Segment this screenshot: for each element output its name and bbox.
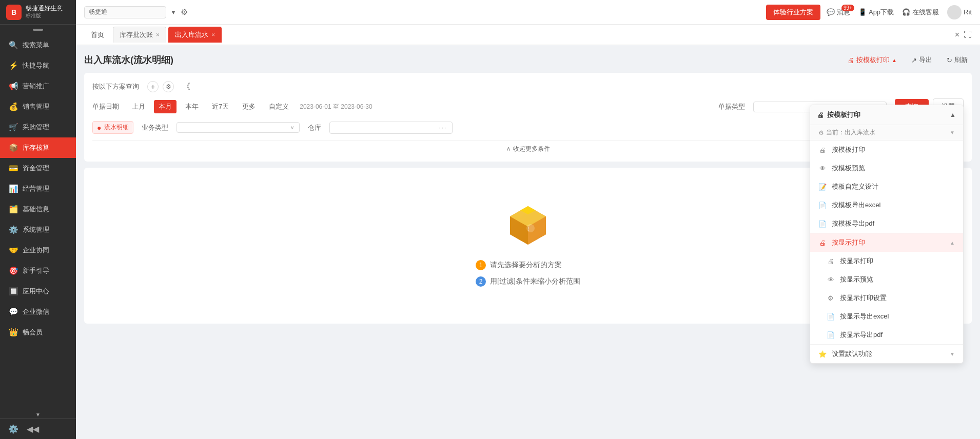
export-action[interactable]: ↗ 导出 [907, 53, 936, 67]
tab-batch[interactable]: 库存批次账 × [113, 27, 166, 43]
refresh-action[interactable]: ↻ 刷新 [943, 53, 972, 67]
search-icon: 🔍 [8, 40, 18, 50]
header-gear-icon[interactable]: ⚙ [181, 7, 188, 17]
breadcrumb-dropdown-icon[interactable]: ▼ [170, 9, 177, 16]
inventory-icon: 📦 [8, 143, 18, 153]
template-print-label: 按模板打印 [832, 145, 955, 154]
tab-flow[interactable]: 出入库流水 × [168, 27, 222, 43]
tab-home[interactable]: 首页 [84, 27, 111, 43]
sidebar-item-system-label: 系统管理 [23, 225, 49, 234]
sidebar-item-marketing[interactable]: 📢 营销推广 [0, 76, 76, 96]
sidebar-item-system[interactable]: ⚙️ 系统管理 [0, 220, 76, 240]
collapse-sidebar-icon[interactable]: ◀◀ [27, 424, 39, 434]
date-btn-7days[interactable]: 近7天 [207, 100, 233, 113]
tab-close-all-icon[interactable]: × [955, 30, 959, 39]
sidebar-item-apps[interactable]: 🔲 应用中心 [0, 281, 76, 302]
display-pdf-label: 按显示导出pdf [840, 330, 955, 340]
template-custom-icon: 📝 [818, 183, 827, 191]
print-template-label: 按模板打印 [856, 55, 890, 65]
dropdown-item-template-print[interactable]: 🖨 按模板打印 [810, 141, 963, 159]
message-action[interactable]: 💬 消息 99+ [827, 8, 850, 17]
dropdown-item-display-excel[interactable]: 📄 按显示导出excel [810, 307, 963, 326]
print-template-arrow: ▲ [892, 57, 897, 63]
dropdown-panel: 🖨 按模板打印 ▲ ⚙ 当前：出入库流水 ▼ 🖨 按模板打印 [810, 105, 964, 364]
settings-bottom-icon[interactable]: ⚙️ [8, 424, 18, 434]
date-btn-thisyear[interactable]: 本年 [181, 100, 203, 113]
date-filter-label: 单据日期 [92, 102, 119, 111]
sidebar-item-partner-label: 企业协同 [23, 246, 49, 255]
set-default-icon: ⭐ [818, 350, 827, 358]
sidebar-item-finance-label: 资金管理 [23, 164, 49, 173]
dropdown-item-template-preview[interactable]: 👁 按模板预览 [810, 159, 963, 177]
app-download-label: App下载 [869, 8, 894, 17]
sidebar-item-partner[interactable]: 🤝 企业协同 [0, 240, 76, 261]
dropdown-collapse-icon[interactable]: ▲ [950, 111, 956, 118]
filter-tag-label: 流水明细 [104, 123, 129, 132]
dropdown-item-display-pdf[interactable]: 📄 按显示导出pdf [810, 326, 963, 344]
header-left: ▼ ⚙ [84, 6, 760, 18]
trial-button[interactable]: 体验行业方案 [766, 5, 820, 20]
dropdown-item-set-default[interactable]: ⭐ 设置默认功能 ▼ [810, 345, 963, 363]
dropdown-item-template-excel[interactable]: 📄 按模板导出excel [810, 196, 963, 214]
main-area: ▼ ⚙ 体验行业方案 💬 消息 99+ 📱 App下载 🎧 在线客服 Rit [76, 0, 980, 439]
display-section-label: 按显示打印 [832, 238, 945, 247]
filter-gear-button[interactable]: ⚙ [163, 81, 174, 92]
sidebar-item-member[interactable]: 👑 畅会员 [0, 322, 76, 343]
breadcrumb-input[interactable] [84, 6, 166, 18]
headset-icon: 🎧 [902, 8, 910, 16]
mobile-icon: 📱 [858, 8, 867, 16]
sidebar-item-wechat[interactable]: 💬 企业微信 [0, 302, 76, 322]
dropdown-item-template-pdf[interactable]: 📄 按模板导出pdf [810, 214, 963, 233]
top-header: ▼ ⚙ 体验行业方案 💬 消息 99+ 📱 App下载 🎧 在线客服 Rit [76, 0, 980, 25]
dropdown-item-template-custom[interactable]: 📝 模板自定义设计 [810, 177, 963, 196]
sidebar-item-purchase[interactable]: 🛒 采购管理 [0, 117, 76, 137]
filter-tag: ● 流水明细 [92, 121, 133, 134]
app-download-action[interactable]: 📱 App下载 [858, 8, 894, 17]
dropdown-item-display-settings[interactable]: ⚙ 按显示打印设置 [810, 289, 963, 307]
sidebar-item-finance[interactable]: 💳 资金管理 [0, 158, 76, 178]
business-type-select[interactable]: ∨ [177, 122, 300, 133]
tab-flow-close[interactable]: × [211, 31, 215, 38]
dropdown-title: 🖨 按模板打印 [817, 110, 860, 119]
online-service-action[interactable]: 🎧 在线客服 [902, 8, 939, 17]
warehouse-more-icon: ··· [439, 124, 447, 131]
sidebar-item-inventory[interactable]: 📦 库存核算 [0, 137, 76, 158]
date-btn-custom[interactable]: 自定义 [264, 100, 293, 113]
sidebar-item-search[interactable]: 🔍 搜索菜单 [0, 35, 76, 55]
step-num-2: 2 [476, 276, 486, 287]
dropdown-header: 🖨 按模板打印 ▲ [810, 105, 963, 125]
sidebar-item-business[interactable]: 📊 经营管理 [0, 178, 76, 199]
set-default-label: 设置默认功能 [832, 349, 945, 358]
sidebar-item-sales[interactable]: 💰 销售管理 [0, 96, 76, 117]
sidebar-item-shortcut[interactable]: ⚡ 快捷导航 [0, 55, 76, 76]
date-btn-lastmonth[interactable]: 上月 [127, 100, 150, 113]
display-print-label: 按显示打印 [840, 256, 955, 266]
online-service-label: 在线客服 [912, 8, 939, 17]
purchase-icon: 🛒 [8, 122, 18, 132]
user-profile[interactable]: Rit [947, 5, 972, 19]
dropdown-item-display-preview[interactable]: 👁 按显示预览 [810, 270, 963, 289]
filter-add-button[interactable]: + [147, 81, 159, 92]
logo-icon: B [6, 5, 22, 20]
sidebar-item-basic[interactable]: 🗂️ 基础信息 [0, 199, 76, 220]
sidebar-item-search-label: 搜索菜单 [23, 41, 49, 50]
refresh-label: 刷新 [954, 55, 968, 65]
print-template-action[interactable]: 🖨 按模板打印 ▲ [844, 53, 901, 67]
sidebar-scroll-down[interactable]: ▼ [0, 411, 76, 418]
printer-icon: 🖨 [848, 56, 854, 64]
tab-batch-close[interactable]: × [156, 31, 160, 38]
sidebar-item-member-label: 畅会员 [23, 328, 43, 337]
template-custom-label: 模板自定义设计 [832, 182, 955, 191]
dropdown-printer-icon: 🖨 [817, 111, 824, 119]
tab-home-label: 首页 [91, 30, 104, 39]
dropdown-item-display-section[interactable]: 🖨 按显示打印 ▲ [810, 233, 963, 252]
filter-collapse-button[interactable]: 《 [182, 82, 190, 92]
sidebar-item-guide[interactable]: 🎯 新手引导 [0, 261, 76, 281]
date-btn-more[interactable]: 更多 [238, 100, 260, 113]
warehouse-select[interactable]: ··· [329, 122, 453, 134]
date-btn-thismonth[interactable]: 本月 [154, 100, 177, 113]
dropdown-item-display-print[interactable]: 🖨 按显示打印 [810, 252, 963, 270]
tab-fullscreen-icon[interactable]: ⛶ [964, 30, 972, 39]
refresh-icon: ↻ [947, 56, 952, 64]
wechat-icon: 💬 [8, 307, 18, 317]
